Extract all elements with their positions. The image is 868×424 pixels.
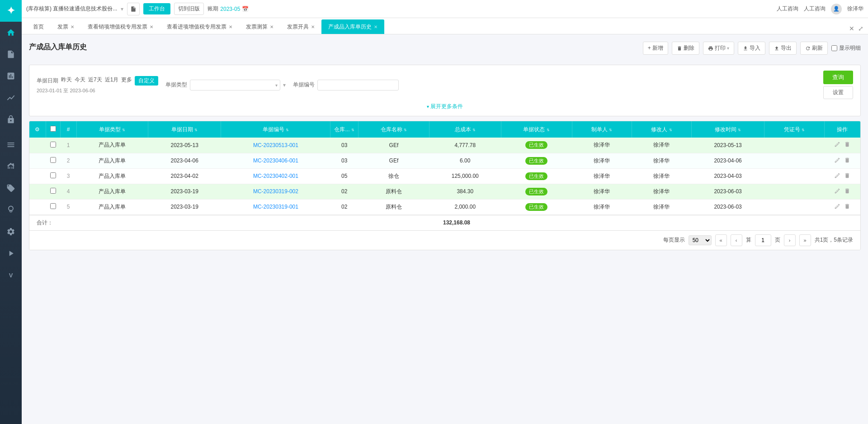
row-modifier: 徐泽华 (632, 153, 691, 168)
shortcut-7days[interactable]: 近7天 (88, 76, 102, 86)
user-service-text[interactable]: 人工咨询 (804, 5, 826, 13)
refresh-button[interactable]: 刷新 (800, 42, 828, 55)
workbench-button[interactable]: 工作台 (143, 3, 170, 14)
first-page-button[interactable]: « (715, 234, 727, 246)
row-check[interactable] (46, 199, 60, 214)
col-settings[interactable]: ⚙ (29, 121, 46, 138)
settings-icon[interactable]: ⚙ (35, 126, 40, 133)
prev-page-button[interactable]: ‹ (731, 234, 742, 246)
sidebar-item-video[interactable] (0, 243, 22, 264)
row-number[interactable]: MC-20230319-001 (221, 199, 330, 214)
col-number[interactable]: 单据编号 ⇅ (221, 121, 330, 138)
export-button[interactable]: 导出 (769, 42, 797, 55)
col-date[interactable]: 单据日期 ⇅ (148, 121, 221, 138)
row-delete-icon[interactable] (844, 143, 850, 149)
tab-product-history[interactable]: 产成品入库单历史 ✕ (321, 19, 384, 34)
set-button[interactable]: 设置 (823, 86, 853, 99)
display-col-checkbox-label[interactable]: 显示明细 (831, 44, 861, 52)
new-button[interactable]: + 新增 (643, 42, 668, 55)
col-creator[interactable]: 制单人 ⇅ (572, 121, 632, 138)
per-page-select[interactable]: 50 10 20 100 (689, 235, 712, 245)
last-page-button[interactable]: » (799, 234, 811, 246)
sidebar-item-version[interactable]: V (0, 264, 22, 286)
sidebar-item-report[interactable] (0, 65, 22, 87)
sidebar-item-stamp[interactable] (0, 199, 22, 221)
col-warehouse-code[interactable]: 仓库... ⇅ (330, 121, 358, 138)
user-service[interactable]: 人工咨询 (777, 5, 798, 13)
row-checkbox[interactable] (50, 142, 56, 148)
shortcut-yesterday[interactable]: 昨天 (61, 76, 72, 86)
app-logo[interactable]: ✦ (0, 0, 22, 22)
tab-product-history-close[interactable]: ✕ (374, 24, 377, 29)
shortcut-today[interactable]: 今天 (75, 76, 85, 86)
shortcut-1month[interactable]: 近1月 (105, 76, 119, 86)
row-delete-icon[interactable] (844, 174, 850, 180)
col-status[interactable]: 单据状态 ⇅ (501, 121, 572, 138)
switch-version-button[interactable]: 切到旧版 (174, 3, 204, 15)
tab-invoice-calc[interactable]: 发票测算 ✕ (239, 19, 280, 34)
number-input[interactable] (317, 80, 399, 91)
sidebar-item-doc[interactable] (0, 43, 22, 65)
col-modifier[interactable]: 修改人 ⇅ (632, 121, 691, 138)
row-number[interactable]: MC-20230319-002 (221, 184, 330, 199)
type-select[interactable] (190, 80, 280, 91)
sidebar-item-warehouse[interactable] (0, 156, 22, 177)
sidebar-item-settings[interactable] (0, 221, 22, 243)
print-button[interactable]: 打印 ▾ (703, 42, 734, 55)
col-check[interactable] (46, 121, 60, 138)
import-button[interactable]: 导入 (738, 42, 765, 55)
sidebar-item-lock[interactable] (0, 109, 22, 130)
sidebar-item-voucher[interactable] (0, 177, 22, 199)
row-edit-icon[interactable] (834, 205, 842, 211)
row-checkbox[interactable] (50, 157, 56, 163)
tab-invoice-open-close[interactable]: ✕ (311, 24, 315, 29)
row-checkbox[interactable] (50, 172, 56, 178)
row-check[interactable] (46, 168, 60, 184)
tab-invoice-close[interactable]: ✕ (71, 24, 74, 29)
row-check[interactable] (46, 184, 60, 199)
document-icon-btn[interactable] (127, 3, 140, 15)
sidebar-item-menu[interactable] (0, 134, 22, 156)
select-all-checkbox[interactable] (50, 126, 56, 132)
row-number[interactable]: MC-20230406-001 (221, 153, 330, 168)
tab-close-all-icon[interactable]: ✕ (849, 25, 854, 32)
tab-sales-vat-close[interactable]: ✕ (150, 24, 153, 29)
query-button[interactable]: 查询 (823, 71, 853, 84)
col-voucher[interactable]: 凭证号 ⇅ (764, 121, 824, 138)
row-check[interactable] (46, 153, 60, 168)
col-total-cost[interactable]: 总成本 ⇅ (429, 121, 501, 138)
shortcut-more[interactable]: 更多 (121, 76, 132, 86)
sidebar-item-home[interactable] (0, 22, 22, 43)
tab-invoice[interactable]: 发票 ✕ (51, 19, 81, 34)
display-col-checkbox[interactable] (831, 45, 837, 51)
row-checkbox[interactable] (50, 188, 56, 194)
row-delete-icon[interactable] (844, 158, 850, 165)
delete-button[interactable]: 删除 (672, 42, 699, 55)
col-warehouse-name[interactable]: 仓库名称 ⇅ (358, 121, 429, 138)
tab-home[interactable]: 首页 (26, 19, 51, 34)
tab-invoice-open[interactable]: 发票开具 ✕ (280, 19, 321, 34)
expand-button[interactable]: ▾ 展开更多条件 (427, 103, 463, 110)
tab-purchase-vat[interactable]: 查看进项增值税专用发票 ✕ (160, 19, 239, 34)
row-edit-icon[interactable] (834, 158, 842, 165)
row-edit-icon[interactable] (834, 143, 842, 149)
page-number-input[interactable] (755, 234, 771, 246)
row-delete-icon[interactable] (844, 189, 850, 195)
row-edit-icon[interactable] (834, 174, 842, 180)
tab-invoice-calc-close[interactable]: ✕ (270, 24, 274, 29)
row-number[interactable]: MC-20230402-001 (221, 168, 330, 184)
row-delete-icon[interactable] (844, 205, 850, 211)
row-warehouse-code: 03 (330, 138, 358, 153)
col-modify-time[interactable]: 修改时间 ⇅ (691, 121, 764, 138)
col-type[interactable]: 单据类型 ⇅ (76, 121, 148, 138)
tab-sales-vat[interactable]: 查看销项增值税专用发票 ✕ (81, 19, 160, 34)
row-edit-icon[interactable] (834, 189, 842, 195)
shortcut-custom[interactable]: 自定义 (135, 76, 158, 86)
row-number[interactable]: MC-20230513-001 (221, 138, 330, 153)
next-page-button[interactable]: › (784, 234, 796, 246)
tab-expand-icon[interactable]: ⤢ (858, 25, 863, 32)
row-check[interactable] (46, 138, 60, 153)
row-checkbox[interactable] (50, 203, 56, 209)
sidebar-item-analysis[interactable] (0, 87, 22, 109)
tab-purchase-vat-close[interactable]: ✕ (229, 24, 232, 29)
